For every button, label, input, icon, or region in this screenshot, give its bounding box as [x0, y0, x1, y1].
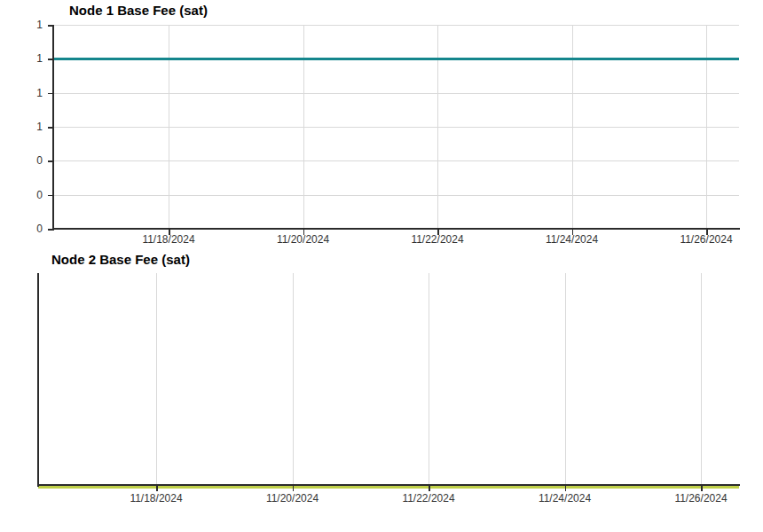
x-axis-line	[37, 484, 740, 486]
x-axis-label: 11/20/2024	[244, 492, 342, 505]
x-axis-label: 11/22/2024	[380, 492, 477, 505]
vertical-gridline	[156, 273, 157, 485]
x-axis-label: 11/18/2024	[107, 492, 205, 505]
y-axis-line	[37, 273, 39, 487]
vertical-gridline	[293, 273, 294, 485]
x-axis-tick	[429, 486, 430, 491]
report-canvas: Node 1 Base Fee (sat) 111100011/18/20241…	[0, 0, 763, 532]
x-axis-tick	[293, 486, 295, 491]
vertical-gridline	[701, 273, 702, 485]
vertical-gridline	[429, 273, 429, 485]
x-axis-tick	[156, 486, 158, 491]
vertical-gridline	[565, 273, 566, 485]
chart-node-2-base-fee[interactable]: Node 2 Base Fee (sat) 11/18/202411/20/20…	[0, 0, 763, 532]
x-axis-tick	[701, 486, 703, 491]
x-axis-tick	[565, 486, 567, 491]
chart-title: Node 2 Base Fee (sat)	[51, 252, 190, 268]
x-axis-label: 11/24/2024	[516, 492, 614, 505]
x-axis-label: 11/26/2024	[652, 492, 750, 505]
series-line	[38, 486, 739, 489]
